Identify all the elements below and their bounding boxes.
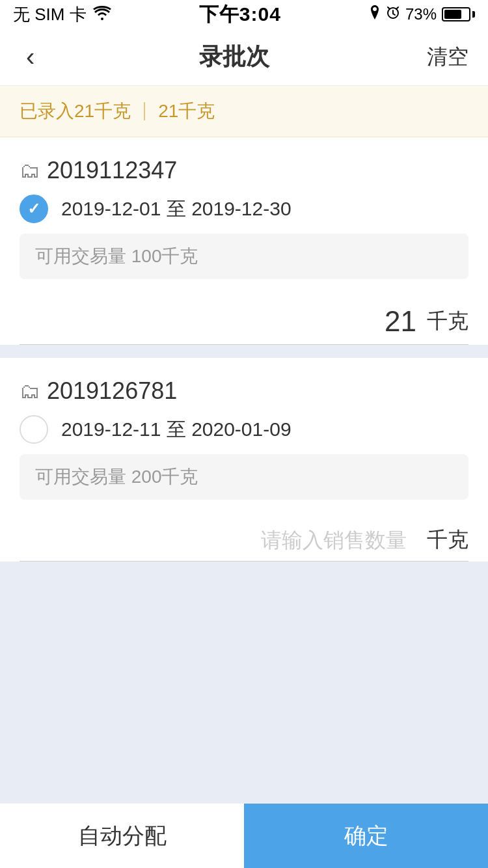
batch-1-amount-value: 21	[385, 305, 416, 338]
batch-2-qty: 可用交易量 200千克	[20, 454, 468, 500]
summary-recorded: 已录入21千克	[20, 99, 131, 124]
section-separator-1	[0, 345, 488, 358]
status-right: 73%	[369, 5, 475, 23]
summary-divider	[144, 102, 145, 120]
batch-2-qty-input[interactable]	[20, 528, 416, 552]
summary-total: 21千克	[158, 99, 215, 124]
batch-1-radio[interactable]	[20, 195, 48, 223]
batch-1-id: 2019112347	[47, 157, 177, 184]
batch-2-date-row[interactable]: 2019-12-11 至 2020-01-09	[20, 415, 468, 444]
auto-distribute-button[interactable]: 自动分配	[0, 804, 244, 868]
nav-bar: ‹ 录批次 清空	[0, 29, 488, 86]
batch-2-date: 2019-12-11 至 2020-01-09	[61, 416, 291, 443]
status-bar: 无 SIM 卡 下午3:04 73%	[0, 0, 488, 29]
batch-1-qty: 可用交易量 100千克	[20, 234, 468, 279]
batch-1-amount-unit: 千克	[427, 307, 468, 336]
batch-id-icon-2: 🗂	[20, 379, 40, 403]
batch-2-input-row[interactable]: 千克	[0, 513, 488, 561]
batch-1-amount-row: 21 千克	[0, 292, 488, 344]
empty-area	[0, 562, 488, 841]
batch-id-icon-1: 🗂	[20, 159, 40, 183]
batch-2-unit: 千克	[427, 526, 468, 554]
confirm-button[interactable]: 确定	[244, 804, 488, 868]
alarm-icon	[386, 5, 400, 23]
status-time: 下午3:04	[199, 1, 281, 28]
carrier-text: 无 SIM 卡	[13, 3, 87, 26]
batch-1-header: 🗂 2019112347	[20, 157, 468, 184]
batch-2-radio[interactable]	[20, 415, 48, 444]
batch-1-date-row[interactable]: 2019-12-01 至 2019-12-30	[20, 195, 468, 223]
location-icon	[369, 5, 381, 23]
page-title: 录批次	[199, 41, 269, 73]
bottom-bar: 自动分配 确定	[0, 803, 488, 868]
wifi-icon	[93, 5, 111, 25]
battery-icon	[442, 7, 475, 21]
batch-2-header: 🗂 2019126781	[20, 377, 468, 405]
batch-item-1: 🗂 2019112347 2019-12-01 至 2019-12-30 可用交…	[0, 137, 488, 345]
status-left: 无 SIM 卡	[13, 3, 111, 26]
summary-bar: 已录入21千克 21千克	[0, 86, 488, 137]
clear-button[interactable]: 清空	[427, 43, 468, 72]
back-button[interactable]: ‹	[20, 36, 41, 78]
batch-item-2: 🗂 2019126781 2019-12-11 至 2020-01-09 可用交…	[0, 358, 488, 562]
battery-percent: 73%	[405, 5, 437, 23]
batch-2-id: 2019126781	[47, 377, 177, 405]
batch-1-date: 2019-12-01 至 2019-12-30	[61, 196, 291, 223]
